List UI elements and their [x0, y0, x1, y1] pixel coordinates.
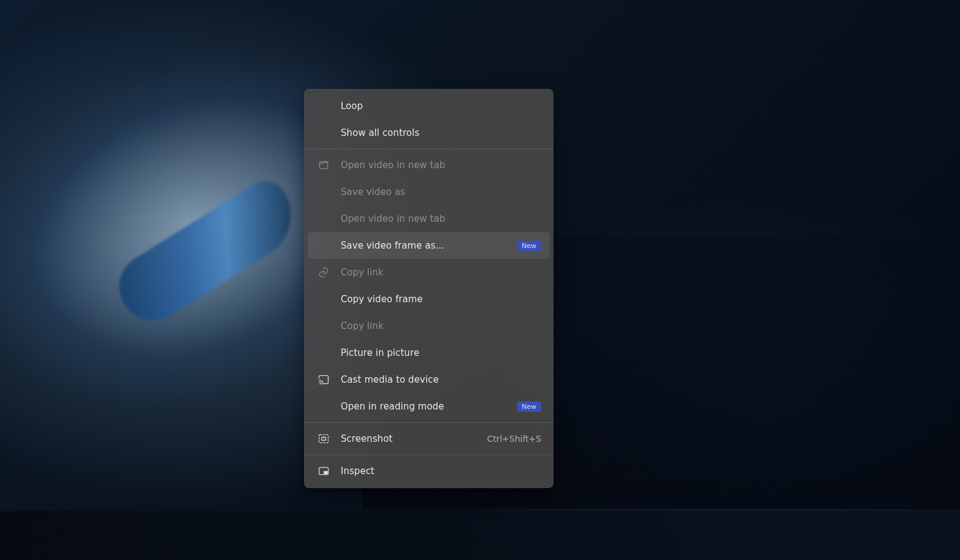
menu-item-label: Loop: [341, 101, 541, 112]
inspect-icon: [316, 464, 331, 478]
menu-divider: [304, 455, 553, 455]
cast-icon: [316, 372, 331, 387]
menu-item-label: Copy link: [341, 267, 541, 278]
screenshot-icon: [316, 431, 331, 446]
svg-rect-2: [319, 434, 329, 442]
menu-item-copy-video-frame[interactable]: Copy video frame: [308, 286, 550, 313]
menu-item-save-video-as[interactable]: Save video as: [308, 179, 550, 205]
new-badge: New: [517, 402, 541, 412]
svg-rect-3: [322, 438, 326, 441]
menu-item-copy-link[interactable]: Copy link: [308, 259, 550, 286]
menu-item-label: Inspect: [341, 466, 541, 477]
video-context-menu: Loop Show all controls Open video in new…: [304, 89, 553, 488]
background-bottom-bar: [0, 511, 960, 560]
menu-divider: [304, 422, 553, 423]
menu-item-label: Show all controls: [341, 127, 541, 138]
menu-item-open-video-new-tab[interactable]: Open video in new tab: [308, 152, 550, 179]
menu-item-label: Save video frame as...: [341, 240, 511, 251]
menu-item-screenshot[interactable]: Screenshot Ctrl+Shift+S: [308, 425, 550, 452]
link-icon: [316, 265, 331, 280]
svg-point-1: [319, 383, 319, 384]
menu-item-label: Picture in picture: [341, 347, 541, 358]
menu-divider: [304, 149, 553, 149]
menu-item-copy-link-2[interactable]: Copy link: [308, 313, 550, 339]
menu-item-shortcut: Ctrl+Shift+S: [487, 434, 541, 444]
menu-item-label: Screenshot: [341, 433, 480, 444]
menu-item-label: Open video in new tab: [341, 160, 541, 171]
menu-item-open-video-new-tab-2[interactable]: Open video in new tab: [308, 205, 550, 232]
menu-item-label: Cast media to device: [341, 374, 541, 385]
new-badge: New: [517, 241, 541, 251]
menu-item-picture-in-picture[interactable]: Picture in picture: [308, 339, 550, 366]
menu-item-label: Open in reading mode: [341, 401, 511, 412]
menu-item-save-video-frame-as[interactable]: Save video frame as... New: [308, 232, 550, 259]
menu-item-inspect[interactable]: Inspect: [308, 458, 550, 484]
menu-item-cast-media[interactable]: Cast media to device: [308, 366, 550, 393]
menu-item-open-reading-mode[interactable]: Open in reading mode New: [308, 393, 550, 420]
menu-item-label: Copy link: [341, 321, 541, 331]
menu-item-label: Save video as: [341, 186, 541, 197]
svg-rect-5: [324, 471, 328, 474]
menu-item-show-all-controls[interactable]: Show all controls: [308, 119, 550, 146]
tab-icon: [316, 158, 331, 172]
menu-item-label: Open video in new tab: [341, 213, 541, 224]
menu-item-loop[interactable]: Loop: [308, 93, 550, 119]
menu-item-label: Copy video frame: [341, 294, 541, 305]
